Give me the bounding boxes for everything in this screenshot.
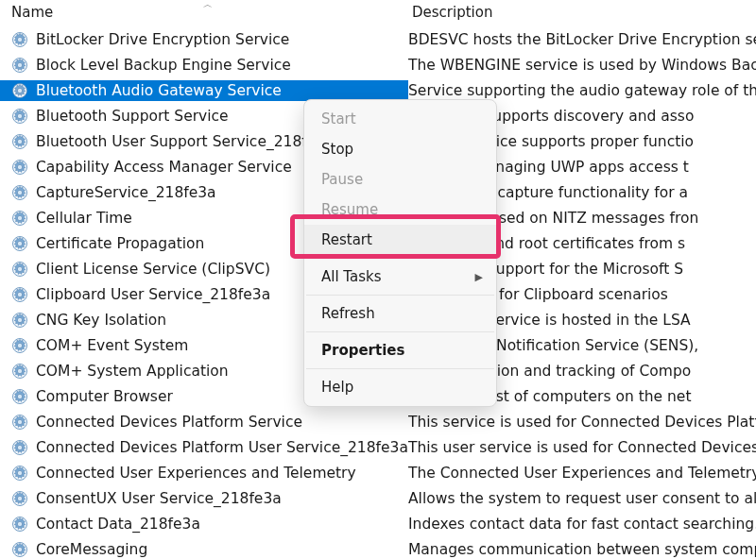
table-row[interactable]: Connected User Experiences and Telemetry… [0, 460, 756, 485]
service-name-label: Cellular Time [36, 210, 132, 227]
service-desc-label: BDESVC hosts the BitLocker Drive Encrypt… [408, 31, 756, 48]
gear-icon [9, 182, 30, 203]
table-row[interactable]: Contact Data_218fe3aIndexes contact data… [0, 511, 756, 536]
menu-help[interactable]: Help [304, 372, 496, 402]
gear-icon [9, 80, 30, 101]
cell-desc: This service is used for Connected Devic… [408, 414, 756, 431]
service-name-label: Clipboard User Service_218fe3a [36, 286, 270, 303]
gear-icon [9, 412, 30, 432]
gear-icon [9, 310, 30, 330]
menu-separator [306, 258, 494, 259]
service-name-label: Connected Devices Platform User Service_… [36, 439, 408, 456]
col-header-name-label: Name [11, 4, 53, 21]
service-desc-label: Indexes contact data for fast contact se… [408, 516, 756, 533]
gear-icon [9, 55, 30, 76]
menu-start: Start [304, 104, 496, 134]
gear-icon [9, 488, 30, 509]
col-header-desc[interactable]: Description [408, 0, 756, 26]
service-name-label: Connected User Experiences and Telemetry [36, 465, 356, 482]
menu-pause: Pause [304, 164, 496, 195]
service-name-label: Capability Access Manager Service [36, 159, 292, 176]
service-name-label: Bluetooth User Support Service_218f [36, 133, 307, 150]
menu-separator [306, 331, 494, 332]
service-desc-label: The WBENGINE service is used by Windows … [408, 57, 756, 74]
context-menu: Start Stop Pause Resume Restart All Task… [303, 99, 497, 407]
column-headers: Name ︿ Description [0, 0, 756, 26]
gear-icon [9, 208, 30, 229]
gear-icon [9, 131, 30, 152]
service-desc-label: Manages communication between system com… [408, 541, 756, 558]
table-row[interactable]: BitLocker Drive Encryption ServiceBDESVC… [0, 26, 756, 52]
cell-desc: Allows the system to request user consen… [408, 490, 756, 507]
cell-name: Connected User Experiences and Telemetry [0, 463, 408, 483]
gear-icon [9, 463, 30, 483]
service-name-label: BitLocker Drive Encryption Service [36, 31, 289, 48]
service-name-label: Contact Data_218fe3a [36, 516, 200, 533]
gear-icon [9, 29, 30, 50]
service-desc-label: This user service is used for Connected … [408, 439, 756, 456]
service-name-label: Computer Browser [36, 388, 173, 405]
service-desc-label: The Connected User Experiences and Telem… [408, 465, 756, 482]
service-name-label: ConsentUX User Service_218fe3a [36, 490, 282, 507]
gear-icon [9, 386, 30, 407]
sort-indicator-icon: ︿ [203, 0, 213, 11]
cell-name: Bluetooth Audio Gateway Service [0, 80, 408, 101]
table-row[interactable]: ConsentUX User Service_218fe3aAllows the… [0, 485, 756, 511]
cell-desc: The Connected User Experiences and Telem… [408, 465, 756, 482]
service-name-label: Bluetooth Support Service [36, 108, 229, 125]
service-name-label: Block Level Backup Engine Service [36, 57, 291, 74]
service-name-label: Certificate Propagation [36, 235, 204, 252]
menu-refresh[interactable]: Refresh [304, 298, 496, 329]
gear-icon [9, 335, 30, 356]
menu-separator [306, 295, 494, 296]
service-name-label: CaptureService_218fe3a [36, 184, 216, 201]
chevron-right-icon: ▶ [475, 271, 483, 283]
table-row[interactable]: Connected Devices Platform User Service_… [0, 434, 756, 460]
col-header-name[interactable]: Name ︿ [0, 0, 408, 26]
gear-icon [9, 106, 30, 127]
cell-name: BitLocker Drive Encryption Service [0, 29, 408, 50]
service-name-label: COM+ System Application [36, 363, 229, 380]
service-name-label: Connected Devices Platform Service [36, 414, 302, 431]
gear-icon [9, 233, 30, 254]
gear-icon [9, 259, 30, 280]
gear-icon [9, 157, 30, 178]
service-desc-label: Service supporting the audio gateway rol… [408, 82, 756, 99]
service-name-label: Bluetooth Audio Gateway Service [36, 82, 282, 99]
cell-desc: Manages communication between system com… [408, 541, 756, 558]
menu-stop[interactable]: Stop [304, 134, 496, 164]
service-desc-label: This service is used for Connected Devic… [408, 414, 756, 431]
cell-name: Block Level Backup Engine Service [0, 55, 408, 76]
menu-properties[interactable]: Properties [304, 335, 496, 365]
service-name-label: COM+ Event System [36, 337, 188, 354]
gear-icon [9, 539, 30, 560]
cell-desc: Service supporting the audio gateway rol… [408, 82, 756, 99]
table-row[interactable]: CoreMessagingManages communication betwe… [0, 536, 756, 559]
service-name-label: Client License Service (ClipSVC) [36, 261, 270, 278]
menu-restart[interactable]: Restart [304, 225, 496, 255]
col-header-desc-label: Description [412, 4, 492, 21]
gear-icon [9, 437, 30, 458]
cell-desc: Indexes contact data for fast contact se… [408, 516, 756, 533]
table-row[interactable]: Connected Devices Platform ServiceThis s… [0, 409, 756, 434]
cell-desc: BDESVC hosts the BitLocker Drive Encrypt… [408, 31, 756, 48]
cell-name: ConsentUX User Service_218fe3a [0, 488, 408, 509]
cell-name: Contact Data_218fe3a [0, 514, 408, 534]
service-name-label: CoreMessaging [36, 541, 147, 558]
cell-name: Connected Devices Platform Service [0, 412, 408, 432]
menu-resume: Resume [304, 195, 496, 225]
cell-desc: This user service is used for Connected … [408, 439, 756, 456]
menu-separator [306, 368, 494, 369]
cell-desc: The WBENGINE service is used by Windows … [408, 57, 756, 74]
cell-name: Connected Devices Platform User Service_… [0, 437, 408, 458]
service-desc-label: Allows the system to request user consen… [408, 490, 756, 507]
gear-icon [9, 284, 30, 305]
service-name-label: CNG Key Isolation [36, 312, 166, 329]
cell-name: CoreMessaging [0, 539, 408, 560]
table-row[interactable]: Block Level Backup Engine ServiceThe WBE… [0, 52, 756, 77]
gear-icon [9, 361, 30, 381]
gear-icon [9, 514, 30, 534]
menu-all-tasks[interactable]: All Tasks ▶ [304, 262, 496, 292]
